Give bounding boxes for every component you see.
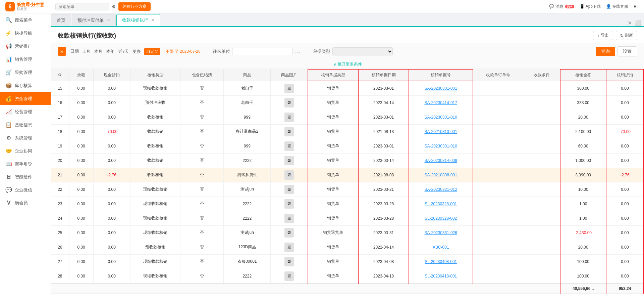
sidebar-item-search[interactable]: 🔍 搜索菜单 <box>0 13 51 27</box>
cell-product: 2222 <box>224 197 271 211</box>
cell-verify-bill-no[interactable]: SL-20230408-001 <box>409 254 473 269</box>
sidebar-label-inventory: 库存核算 <box>15 83 32 89</box>
filter-custom-date[interactable]: 自定义 <box>144 48 160 55</box>
table-header-row: ⚙ 余额 现金折扣 核销类型 包含已结清 商品 商品图片 核销单据类型 核销单据… <box>51 69 644 81</box>
cell-include-settled: 否 <box>180 81 224 95</box>
industry-btn[interactable]: 休验行业方案 <box>118 2 151 11</box>
from-unit-input[interactable] <box>232 48 292 55</box>
filter-this-year[interactable]: 本年 <box>105 48 116 55</box>
cell-verify-type: 现结收款核销 <box>130 211 180 225</box>
cell-verify-bill-type: 销货单 <box>308 110 358 124</box>
app-download[interactable]: 📱 App下载 <box>580 4 601 9</box>
refresh-button[interactable]: ↻ 刷新 <box>616 31 637 40</box>
sidebar-item-marketing[interactable]: 📢 营销推广 <box>0 40 51 53</box>
cell-verify-bill-no[interactable]: SA-20230414-017 <box>409 95 473 110</box>
expand-more-btn[interactable]: ∨ 展开更多条件 <box>51 60 644 69</box>
table-settings-button[interactable]: 设置 <box>617 46 637 56</box>
cell-id: 18 <box>51 124 69 139</box>
basic-info-icon: 📋 <box>5 122 12 128</box>
cell-product-img: 🖼 <box>271 95 308 110</box>
cell-verify-bill-no[interactable]: SA-20210808-001 <box>409 168 473 182</box>
content-area: 首页 预付冲应付单 ✕ 收款核销执行 ✕ ✕ ⬜ 收款核销执行(按收款) <box>51 13 644 300</box>
user-name[interactable]: Rit <box>634 4 639 9</box>
tab-close-all[interactable]: ✕ <box>628 20 632 26</box>
cell-verify-bill-no[interactable]: SA-20230321-012 <box>409 182 473 197</box>
filter-last-month[interactable]: 上月 <box>81 48 92 55</box>
tab-prepay[interactable]: 预付冲应付单 ✕ <box>72 14 116 26</box>
cell-receipt-cond <box>523 110 560 124</box>
cell-verify-bill-no[interactable]: SA-20230331-026 <box>409 225 473 240</box>
cell-verify-bill-no[interactable]: SL-20230328-001 <box>409 197 473 211</box>
tab-home[interactable]: 首页 <box>51 14 71 26</box>
cell-verify-amount: -2,430.00 <box>560 225 606 240</box>
cell-verify-bill-no[interactable]: SL-20230418-001 <box>409 269 473 284</box>
cell-balance: 0.00 <box>69 110 93 124</box>
cell-balance: 0.00 <box>69 254 93 269</box>
message-item[interactable]: 💬 消息 99+ <box>549 4 574 9</box>
cell-verify-bill-no[interactable]: SA-20230301-001 <box>409 81 473 95</box>
cell-verify-bill-date: 2023-04-18 <box>358 269 409 284</box>
sidebar-item-hardware[interactable]: 🖥 智能硬件 <box>0 171 51 183</box>
cell-verify-bill-type: 销货单 <box>308 139 358 153</box>
settings-icon[interactable]: ⚙ <box>112 4 116 9</box>
table-row: 15 0.00 0.00 现结收款核销 否 老白干 🖼 销货单 2023-03-… <box>51 81 644 95</box>
cell-cash-discount: 0.00 <box>93 139 130 153</box>
col-header-receipt-order-no: 收款单订单号 <box>473 69 523 81</box>
cell-verify-type: 收款核销 <box>130 168 180 182</box>
cell-verify-bill-type: 销货单 <box>308 240 358 254</box>
cell-product-img: 🖼 <box>271 153 308 168</box>
sidebar-item-system[interactable]: ⚙ 系统管理 <box>0 131 51 144</box>
cell-verify-bill-no[interactable]: SA-20230301-010 <box>409 110 473 124</box>
sidebar-item-business[interactable]: 📈 经营管理 <box>0 105 51 118</box>
sidebar-item-guide[interactable]: 📖 新手引导 <box>0 158 51 171</box>
tab-verify-close[interactable]: ✕ <box>152 18 155 22</box>
sidebar-item-purchase[interactable]: 🛒 采购管理 <box>0 66 51 79</box>
cell-receipt-cond <box>523 139 560 153</box>
filter-date-group: 日期 上月 本月 本年 近7天 更多 自定义 <box>70 48 160 55</box>
purchase-icon: 🛒 <box>5 69 12 76</box>
sidebar-item-basic-info[interactable]: 📋 基础信息 <box>0 118 51 131</box>
bill-type-select[interactable] <box>332 47 393 55</box>
cell-verify-bill-no[interactable]: SL-20230328-002 <box>409 211 473 225</box>
top-search-input[interactable] <box>55 3 109 10</box>
search-button[interactable]: 查询 <box>596 47 615 56</box>
tab-restore[interactable]: ⬜ <box>635 20 641 26</box>
cell-receipt-order-no <box>473 254 523 269</box>
cell-cash-discount: -2.76 <box>93 168 130 182</box>
export-button[interactable]: ↑ 导出 <box>593 31 613 40</box>
sidebar-item-sales[interactable]: 📊 销售管理 <box>0 53 51 66</box>
filter-this-month[interactable]: 本月 <box>93 48 104 55</box>
cell-verify-bill-date: 2023-03-28 <box>358 211 409 225</box>
cell-verify-type: 现结收款核销 <box>130 225 180 240</box>
cell-balance: 0.00 <box>69 168 93 182</box>
cell-verify-bill-date: 2023-03-01 <box>358 110 409 124</box>
sidebar-item-wechat[interactable]: 💬 企业微信 <box>0 183 51 197</box>
sidebar-item-member[interactable]: V 畅会员 <box>0 197 51 209</box>
sidebar-item-enterprise[interactable]: 🤝 企业协同 <box>0 144 51 158</box>
cell-verify-bill-no[interactable]: ABC-001 <box>409 240 473 254</box>
cell-verify-bill-no[interactable]: SA-20230314-008 <box>409 153 473 168</box>
sidebar-item-finance[interactable]: 💰 资金管理 <box>0 92 51 105</box>
cell-product: 123D商品 <box>224 240 271 254</box>
cell-product-img: 🖼 <box>271 211 308 225</box>
table-body: 15 0.00 0.00 现结收款核销 否 老白干 🖼 销货单 2023-03-… <box>51 81 644 293</box>
cell-receipt-order-no <box>473 240 523 254</box>
cell-verify-bill-no[interactable]: SA-20230301-010 <box>409 139 473 153</box>
filter-7days[interactable]: 近7天 <box>117 48 130 55</box>
cell-verify-amount: 20.00 <box>560 110 606 124</box>
tab-prepay-close[interactable]: ✕ <box>107 18 110 23</box>
sidebar-item-inventory[interactable]: 📦 库存核算 <box>0 79 51 92</box>
cell-cash-discount: 0.00 <box>93 81 130 95</box>
table-row: 18 0.00 -70.00 收款核销 否 多计量商品2 🖼 销货单 2021-… <box>51 124 644 139</box>
cell-receipt-cond <box>523 95 560 110</box>
cell-verify-bill-type: 销货单 <box>308 95 358 110</box>
filter-more[interactable]: 更多 <box>131 48 142 55</box>
cell-verify-bill-no[interactable]: SA-20210813-001 <box>409 124 473 139</box>
col-header-product-img: 商品图片 <box>271 69 308 81</box>
tab-verify[interactable]: 收款核销执行 ✕ <box>116 14 160 26</box>
cell-receipt-cond <box>523 168 560 182</box>
sidebar-item-quick-nav[interactable]: ⚡ 快捷导航 <box>0 27 51 40</box>
filter-expand-btn[interactable]: » <box>58 47 66 56</box>
sidebar-label-purchase: 采购管理 <box>15 70 32 76</box>
online-service[interactable]: 👤 在线客服 <box>606 4 628 9</box>
